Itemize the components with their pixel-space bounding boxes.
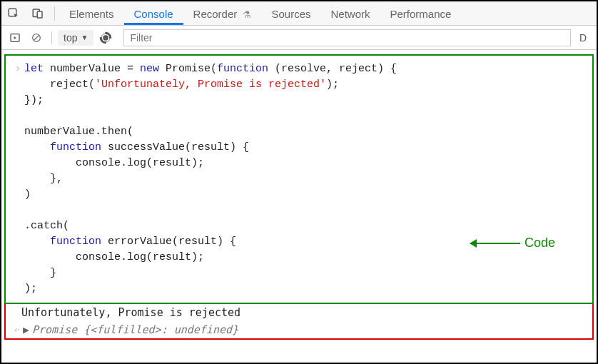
code-block: let numberValue = new Promise(function (… (24, 61, 397, 297)
return-value: Promise {<fulfilled>: undefined} (32, 323, 238, 336)
console-log-line: Unfortunately, Promise is rejected (6, 304, 592, 321)
return-prompt-icon (9, 323, 21, 337)
live-expression-icon[interactable] (96, 29, 115, 47)
sidebar-toggle-icon[interactable] (6, 29, 24, 47)
separator (51, 31, 52, 44)
devtools-tabs: Elements Console Recorder ⚗ Sources Netw… (1, 1, 597, 26)
tab-performance[interactable]: Performance (380, 2, 462, 25)
context-selector[interactable]: top ▼ (58, 30, 93, 46)
tab-elements[interactable]: Elements (59, 2, 124, 25)
svg-point-8 (103, 36, 108, 40)
console-toolbar: top ▼ D (1, 26, 597, 50)
tab-network[interactable]: Network (320, 2, 380, 25)
svg-marker-4 (14, 36, 16, 39)
svg-line-6 (34, 35, 39, 40)
device-toggle-icon[interactable] (28, 4, 48, 24)
filter-input[interactable] (123, 29, 571, 46)
input-prompt-icon (11, 61, 24, 76)
tab-console[interactable]: Console (124, 2, 183, 25)
chevron-down-icon: ▼ (81, 34, 88, 41)
tab-sources[interactable]: Sources (261, 2, 320, 25)
clear-console-icon[interactable] (27, 29, 46, 47)
annotation-code: Code (470, 236, 555, 251)
annotation-code-label: Code (524, 236, 555, 251)
code-region: let numberValue = new Promise(function (… (4, 54, 594, 304)
context-label: top (64, 32, 77, 44)
levels-label[interactable]: D (574, 32, 592, 44)
expand-triangle-icon[interactable]: ▶ (23, 323, 29, 336)
output-region: Unfortunately, Promise is rejected ▶ Pro… (4, 304, 594, 340)
return-row[interactable]: ▶ Promise {<fulfilled>: undefined} (6, 321, 592, 338)
svg-rect-2 (37, 11, 42, 18)
arrow-left-icon (470, 243, 520, 244)
input-row[interactable]: let numberValue = new Promise(function (… (9, 60, 589, 298)
inspect-icon[interactable] (4, 4, 24, 24)
console-area: let numberValue = new Promise(function (… (1, 50, 597, 344)
tab-recorder[interactable]: Recorder ⚗ (183, 2, 262, 25)
flask-icon: ⚗ (243, 9, 251, 20)
separator (54, 6, 55, 21)
tab-recorder-label: Recorder (193, 8, 238, 20)
